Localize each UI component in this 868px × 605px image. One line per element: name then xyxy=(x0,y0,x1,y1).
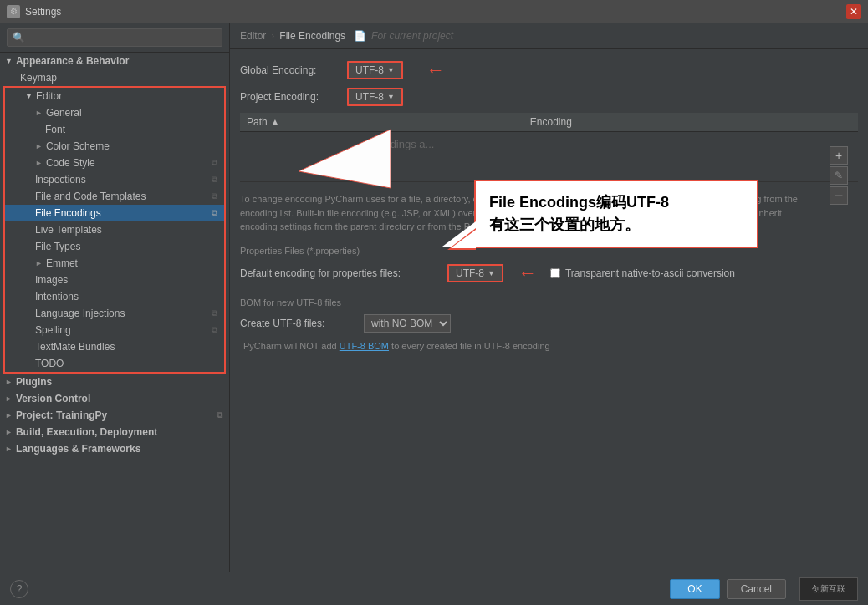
sidebar-item-label: Keymap xyxy=(20,72,57,84)
global-encoding-dropdown[interactable]: UTF-8 ▼ xyxy=(347,61,403,79)
sidebar-item-label: Images xyxy=(35,274,68,286)
sidebar-item-font[interactable]: Font xyxy=(5,121,224,138)
global-encoding-row: Global Encoding: UTF-8 ▼ ← xyxy=(240,59,858,81)
sidebar-item-appearance-behavior[interactable]: ▼ Appearance & Behavior xyxy=(0,53,229,69)
project-encoding-label: Project Encoding: xyxy=(240,91,340,103)
sidebar-item-build-execution[interactable]: ► Build, Execution, Deployment xyxy=(0,424,229,440)
sidebar-item-todo[interactable]: TODO xyxy=(5,355,224,372)
cancel-button[interactable]: Cancel xyxy=(727,579,786,599)
sidebar-item-editor[interactable]: ▼ Editor xyxy=(5,88,224,104)
expand-icon: ► xyxy=(5,378,13,386)
sidebar-item-keymap[interactable]: Keymap xyxy=(0,69,229,86)
help-button[interactable]: ? xyxy=(10,580,28,598)
sidebar-item-inspections[interactable]: Inspections ⧉ xyxy=(5,171,224,188)
sidebar-item-color-scheme[interactable]: ► Color Scheme xyxy=(5,138,224,155)
default-encoding-dropdown[interactable]: UTF-8 ▼ xyxy=(447,264,503,282)
sidebar-item-label: TextMate Bundles xyxy=(35,341,115,353)
sidebar-item-version-control[interactable]: ► Version Control xyxy=(0,390,229,407)
file-table: Path ▲ Encoding xyxy=(240,113,858,182)
sidebar-item-label: Project: TrainingPy xyxy=(16,409,107,421)
copy-icon: ⧉ xyxy=(212,325,217,335)
sidebar-item-label: TODO xyxy=(35,358,64,369)
sidebar-item-language-injections[interactable]: Language Injections ⧉ xyxy=(5,305,224,322)
breadcrumb-editor: Editor xyxy=(240,30,266,42)
breadcrumb-current: File Encodings xyxy=(279,30,345,42)
sidebar-item-code-style[interactable]: ► Code Style ⧉ xyxy=(5,155,224,171)
content-area: Editor › File Encodings 📄 For current pr… xyxy=(230,23,868,572)
bottom-bar: ? OK Cancel 创新互联 xyxy=(0,572,868,605)
expand-icon: ▼ xyxy=(25,92,33,100)
transparent-checkbox[interactable] xyxy=(550,268,560,278)
breadcrumb-separator: › xyxy=(271,30,274,42)
utf8-bom-link[interactable]: UTF-8 BOM xyxy=(340,341,389,351)
sidebar-item-languages-frameworks[interactable]: ► Languages & Frameworks xyxy=(0,440,229,457)
table-toolbar: + ✎ − xyxy=(830,146,848,205)
copy-icon: ⧉ xyxy=(212,175,217,185)
copy-icon: ⧉ xyxy=(212,208,217,218)
sidebar-item-label: Language Injections xyxy=(35,308,125,319)
sidebar-item-label: Editor xyxy=(36,90,62,102)
ok-button[interactable]: OK xyxy=(670,579,719,599)
table-col-path: Path ▲ xyxy=(240,113,523,132)
create-utf8-dropdown[interactable]: with NO BOM with BOM xyxy=(364,314,451,333)
sidebar-item-label: General xyxy=(46,107,82,119)
expand-icon: ▼ xyxy=(5,57,13,65)
sidebar-item-emmet[interactable]: ► Emmet xyxy=(5,255,224,272)
editor-section-box: ▼ Editor ► General Font ► Color Scheme ►… xyxy=(3,86,226,374)
content-body: Global Encoding: UTF-8 ▼ ← Project Encod… xyxy=(230,49,868,572)
sidebar-item-label: Appearance & Behavior xyxy=(16,55,129,67)
window-icon: ⚙ xyxy=(7,5,20,18)
dropdown-arrow-icon: ▼ xyxy=(387,93,395,101)
window-title: Settings xyxy=(25,6,841,18)
edit-path-button[interactable]: ✎ xyxy=(830,166,848,185)
bom-section-title: BOM for new UTF-8 files xyxy=(240,297,858,308)
bom-description: PyCharm will NOT add UTF-8 BOM to every … xyxy=(240,339,858,353)
sidebar-item-spelling[interactable]: Spelling ⧉ xyxy=(5,322,224,338)
sidebar-item-label: Inspections xyxy=(35,174,86,186)
sidebar-item-intentions[interactable]: Intentions xyxy=(5,288,224,305)
expand-icon: ► xyxy=(5,394,13,403)
project-encoding-dropdown[interactable]: UTF-8 ▼ xyxy=(347,88,403,106)
create-utf8-row: Create UTF-8 files: with NO BOM with BOM xyxy=(240,314,858,333)
dropdown-arrow-icon: ▼ xyxy=(488,269,495,277)
sidebar-item-general[interactable]: ► General xyxy=(5,104,224,121)
copy-icon: ⧉ xyxy=(212,308,217,318)
logo-box: 创新互联 xyxy=(799,577,858,601)
title-bar: ⚙ Settings ✕ xyxy=(0,0,868,23)
sidebar-item-label: Languages & Frameworks xyxy=(16,443,140,455)
sidebar-item-label: File Types xyxy=(35,241,80,252)
copy-icon: ⧉ xyxy=(212,191,217,201)
sidebar-item-label: File Encodings xyxy=(35,207,101,219)
sidebar-item-file-code-templates[interactable]: File and Code Templates ⧉ xyxy=(5,188,224,205)
sidebar-item-file-encodings[interactable]: File Encodings ⧉ xyxy=(5,205,224,221)
bom-note2: to every created file in UTF-8 encoding xyxy=(391,341,550,351)
breadcrumb-note: For current project xyxy=(371,30,453,42)
sidebar-item-plugins[interactable]: ► Plugins xyxy=(0,374,229,390)
expand-icon: ► xyxy=(35,142,43,150)
add-path-button[interactable]: + xyxy=(830,146,848,165)
project-encoding-value: UTF-8 xyxy=(355,91,384,103)
bom-section: BOM for new UTF-8 files Create UTF-8 fil… xyxy=(240,297,858,353)
table-row xyxy=(240,132,858,182)
remove-path-button[interactable]: − xyxy=(830,186,848,205)
sidebar-item-label: Color Scheme xyxy=(46,140,110,152)
arrow-annotation-2: ← xyxy=(518,262,537,284)
sidebar-item-label: Font xyxy=(45,124,65,135)
expand-icon: ► xyxy=(5,428,13,436)
sidebar-item-images[interactable]: Images xyxy=(5,272,224,288)
callout-pointer xyxy=(451,230,476,248)
sidebar-item-file-types[interactable]: File Types xyxy=(5,238,224,255)
search-input[interactable] xyxy=(7,28,222,47)
create-utf8-label: Create UTF-8 files: xyxy=(240,318,357,329)
project-encoding-row: Project Encoding: UTF-8 ▼ xyxy=(240,88,858,106)
sidebar-item-textmate-bundles[interactable]: TextMate Bundles xyxy=(5,338,224,355)
close-button[interactable]: ✕ xyxy=(846,4,861,19)
default-encoding-value: UTF-8 xyxy=(456,267,484,279)
sidebar-item-label: Intentions xyxy=(35,291,79,302)
global-encoding-value: UTF-8 xyxy=(355,64,384,76)
sidebar-item-label: Build, Execution, Deployment xyxy=(16,426,157,438)
sidebar-item-project[interactable]: ► Project: TrainingPy ⧉ xyxy=(0,407,229,424)
sidebar-item-live-templates[interactable]: Live Templates xyxy=(5,221,224,238)
callout-line2: 有这三个设置的地方。 xyxy=(489,214,743,236)
sidebar-item-label: Emmet xyxy=(46,257,78,269)
